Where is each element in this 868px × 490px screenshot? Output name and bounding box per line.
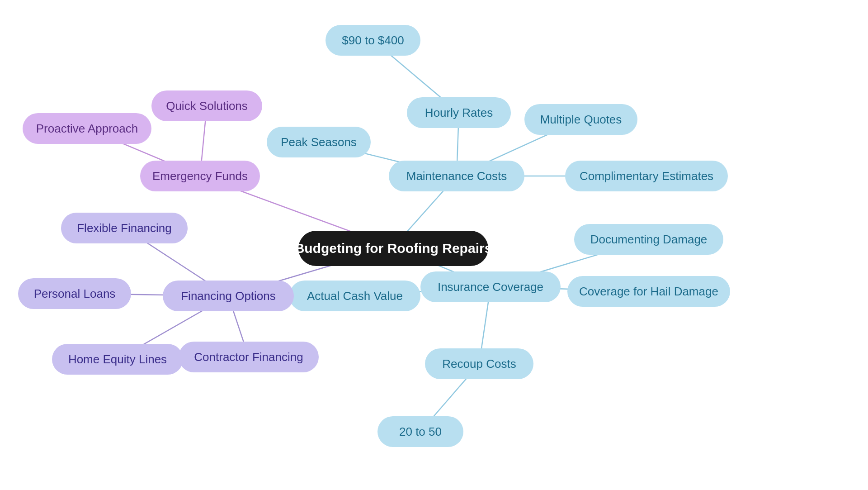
node-label-insuranceCoverage: Insurance Coverage (438, 280, 543, 294)
node-hourlyRates[interactable]: Hourly Rates (407, 97, 511, 128)
node-documentingDamage[interactable]: Documenting Damage (574, 224, 723, 255)
node-label-quickSolutions: Quick Solutions (166, 99, 248, 113)
node-peakSeasons[interactable]: Peak Seasons (267, 127, 371, 157)
node-proactiveApproach[interactable]: Proactive Approach (23, 113, 151, 144)
node-label-homeEquityLines: Home Equity Lines (68, 352, 167, 366)
node-label-recoupCosts: Recoup Costs (442, 357, 516, 371)
node-financingOptions[interactable]: Financing Options (163, 281, 294, 311)
node-label-actualCashValue: Actual Cash Value (307, 289, 403, 303)
node-emergencyFunds[interactable]: Emergency Funds (140, 161, 260, 191)
node-personalLoans[interactable]: Personal Loans (18, 278, 131, 309)
node-label-peakSeasons: Peak Seasons (281, 135, 357, 149)
node-label-twentyToFifty: 20 to 50 (399, 425, 442, 439)
node-label-emergencyFunds: Emergency Funds (152, 169, 248, 183)
node-label-financingOptions: Financing Options (181, 289, 276, 303)
node-label-complimentaryEstimates: Complimentary Estimates (580, 169, 713, 183)
node-recoupCosts[interactable]: Recoup Costs (425, 348, 533, 379)
node-label-documentingDamage: Documenting Damage (590, 233, 708, 247)
node-multipleQuotes[interactable]: Multiple Quotes (524, 104, 637, 135)
node-label-maintenanceCosts: Maintenance Costs (406, 169, 507, 183)
node-label-coverageHailDamage: Coverage for Hail Damage (579, 285, 718, 299)
node-insuranceCoverage[interactable]: Insurance Coverage (420, 271, 561, 302)
node-label-proactiveApproach: Proactive Approach (36, 122, 138, 136)
node-quickSolutions[interactable]: Quick Solutions (151, 90, 262, 121)
node-label-dollarRange: $90 to $400 (342, 33, 404, 48)
node-label-flexibleFinancing: Flexible Financing (77, 221, 172, 235)
node-complimentaryEstimates[interactable]: Complimentary Estimates (565, 161, 728, 191)
node-flexibleFinancing[interactable]: Flexible Financing (61, 213, 188, 243)
node-actualCashValue[interactable]: Actual Cash Value (289, 281, 420, 311)
node-maintenanceCosts[interactable]: Maintenance Costs (389, 161, 524, 191)
node-contractorFinancing[interactable]: Contractor Financing (179, 342, 319, 372)
node-label-personalLoans: Personal Loans (34, 287, 116, 301)
node-label-hourlyRates: Hourly Rates (425, 106, 493, 120)
mindmap-container: Budgeting for Roofing RepairsMaintenance… (0, 0, 868, 490)
node-label-contractorFinancing: Contractor Financing (194, 350, 303, 364)
node-label-central: Budgeting for Roofing Repairs (295, 241, 492, 256)
node-twentyToFifty[interactable]: 20 to 50 (377, 416, 463, 447)
node-central[interactable]: Budgeting for Roofing Repairs (298, 231, 488, 266)
node-dollarRange[interactable]: $90 to $400 (326, 25, 420, 56)
node-homeEquityLines[interactable]: Home Equity Lines (52, 344, 183, 375)
node-label-multipleQuotes: Multiple Quotes (540, 113, 622, 127)
node-coverageHailDamage[interactable]: Coverage for Hail Damage (567, 276, 730, 307)
